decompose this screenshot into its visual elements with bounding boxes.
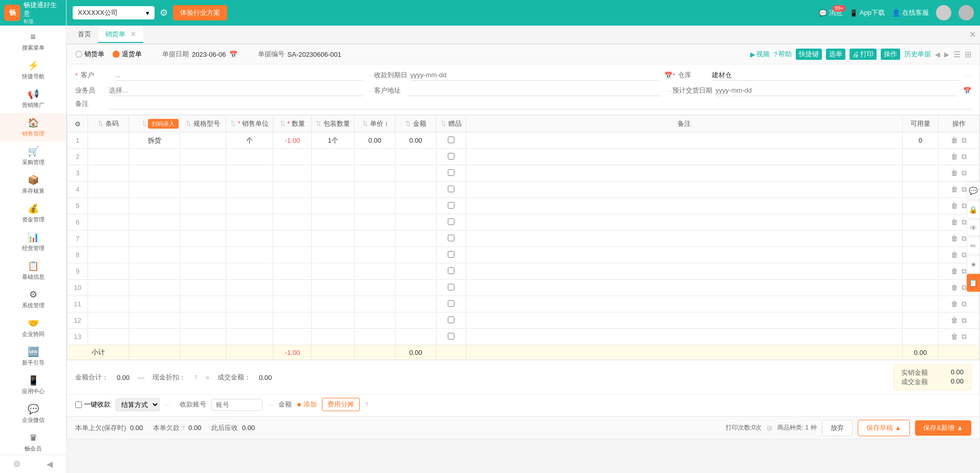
fenyong-button[interactable]: 费用分摊 [322,398,360,411]
cell-unit[interactable] [226,182,273,198]
cell-product[interactable] [129,182,180,198]
gift-checkbox[interactable] [448,235,454,241]
online-support-button[interactable]: 👤 在线客服 [892,8,929,17]
tab-home[interactable]: 首页 [71,27,98,43]
collapse-icon[interactable]: ◀ [47,459,53,469]
save-draft-button[interactable]: 保存草稿 ▲ [858,420,910,436]
delete-row-button[interactable]: 🗑 [950,250,959,260]
warehouse-more-icon[interactable]: ··· [966,72,971,79]
settings-icon[interactable]: ⚙ [13,459,20,469]
gift-checkbox[interactable] [448,202,454,209]
cell-price[interactable] [354,296,395,312]
salesperson-input[interactable] [109,85,363,96]
cell-barcode[interactable] [88,296,129,312]
copy-row-button[interactable]: ⧉ [961,135,968,146]
cell-remark[interactable] [466,312,902,329]
cell-qty[interactable] [273,198,312,214]
cell-gift[interactable] [436,263,466,280]
cell-spec[interactable] [180,149,226,165]
float-lock-btn[interactable]: 🔒 [967,200,980,218]
cell-price[interactable] [354,165,395,182]
cell-spec[interactable] [180,247,226,263]
cell-spec[interactable] [180,198,226,214]
cell-barcode[interactable] [88,165,129,182]
cell-amount[interactable] [395,231,436,247]
cell-qty[interactable] [273,214,312,231]
cell-unit[interactable]: 个 [226,132,273,149]
cell-price[interactable] [354,182,395,198]
tab-sales-order[interactable]: 销货单 ✕ [98,27,143,43]
cell-qty[interactable] [273,182,312,198]
cell-price[interactable] [354,263,395,280]
user-avatar-2[interactable] [959,5,974,20]
cell-remark[interactable] [466,329,902,345]
cell-product[interactable] [129,231,180,247]
address-more-icon[interactable]: ··· [667,87,672,95]
cell-pkg[interactable] [312,296,355,312]
radio-return[interactable]: 退货单 [113,50,142,59]
view-list-icon[interactable]: ☰ [953,50,961,59]
cell-amount[interactable] [395,280,436,296]
cell-barcode[interactable] [88,149,129,165]
gift-checkbox[interactable] [448,300,454,307]
cell-remark[interactable] [466,214,902,231]
cell-remark[interactable] [466,263,902,280]
save-new-button[interactable]: 保存&新增 ▲ [915,420,971,436]
cell-qty[interactable] [273,231,312,247]
price-info-icon[interactable]: ℹ [385,121,387,127]
cell-barcode[interactable] [88,132,129,149]
sidebar-item-business[interactable]: 📊 经营管理 [0,228,66,256]
cell-remark[interactable] [466,132,902,149]
cell-qty[interactable] [273,280,312,296]
cell-price[interactable]: 0.00 [354,132,395,149]
cell-qty[interactable] [273,312,312,329]
cell-unit[interactable] [226,312,273,329]
cell-unit[interactable] [226,263,273,280]
cell-amount[interactable] [395,182,436,198]
one-click-checkbox[interactable]: 一键收款 [75,400,111,409]
calendar-icon[interactable]: 📅 [229,51,237,58]
cell-spec[interactable] [180,312,226,329]
warehouse-input[interactable] [712,70,961,81]
cell-product[interactable] [129,296,180,312]
cell-spec[interactable] [180,132,226,149]
sort-icon[interactable]: ⇅ [186,120,191,127]
cell-qty[interactable]: -1.00 [273,132,312,149]
float-eye-btn[interactable]: 👁 [967,219,980,236]
sort-icon[interactable]: ⇅ [316,120,321,127]
sidebar-item-wechat[interactable]: 💬 企业微信 [0,399,66,428]
delete-row-button[interactable]: 🗑 [950,299,959,309]
cell-pkg[interactable]: 1个 [312,132,355,149]
cell-remark[interactable] [466,231,902,247]
cell-unit[interactable] [226,329,273,345]
cell-remark[interactable] [466,198,902,214]
cell-barcode[interactable] [88,312,129,329]
gift-checkbox[interactable] [448,186,454,192]
sort-icon[interactable]: ⇅ [405,120,411,127]
sort-icon[interactable]: ⇅ [280,120,286,127]
salesperson-more-icon[interactable]: ··· [368,87,374,95]
radio-sales[interactable]: 销货单 [75,50,104,59]
operation-link[interactable]: 操作 [881,49,900,60]
cell-price[interactable] [354,214,395,231]
account-more-icon[interactable]: ··· [268,401,273,409]
message-button[interactable]: 💬 消息 99+ [819,8,842,17]
gift-checkbox[interactable] [448,267,454,274]
sidebar-item-basic-info[interactable]: 📋 基础信息 [0,256,66,285]
add-cashier-button[interactable]: ● 添加 [297,400,317,409]
sidebar-item-enterprise[interactable]: 🤝 企业协同 [0,313,66,342]
cell-gift[interactable] [436,329,466,345]
view-grid-icon[interactable]: ⊞ [965,50,971,59]
copy-row-button[interactable]: ⧉ [961,299,968,309]
sidebar-item-quick-nav[interactable]: ⚡ 快捷导航 [0,56,66,84]
cell-spec[interactable] [180,329,226,345]
one-click-checkbox-input[interactable] [75,401,82,408]
delivery-date-input[interactable] [715,85,958,96]
fenyong-info-icon[interactable]: ? [365,401,368,408]
cell-price[interactable] [354,198,395,214]
cell-pkg[interactable] [312,280,355,296]
help-link[interactable]: ? 帮助 [774,50,792,59]
select-link[interactable]: 选单 [826,49,845,60]
cell-remark[interactable] [466,247,902,263]
delete-row-button[interactable]: 🗑 [950,168,959,178]
